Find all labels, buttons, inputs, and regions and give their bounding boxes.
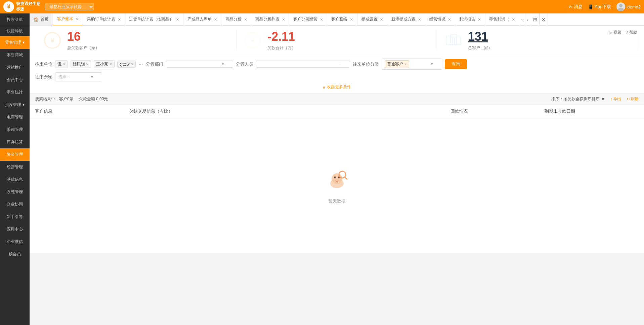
sidebar-item-operations[interactable]: 经营管理 (0, 161, 30, 173)
unit-type-filter-label: 往来单位分类 (353, 61, 379, 67)
top-bar: ¥ 畅捷通好生意 标版 母婴行业演示账套 ✉ 消息 📱 App下载 demo2 (0, 0, 644, 13)
unit-tag-chen-remove[interactable]: × (86, 62, 89, 67)
unit-type-tag-remove[interactable]: × (404, 62, 407, 67)
svg-rect-7 (446, 36, 452, 44)
tab-close-profit-report[interactable]: × (478, 17, 481, 22)
sidebar-item-retail-mgmt[interactable]: 零售管理 ▾ (0, 36, 30, 49)
sidebar-item-quick-nav[interactable]: 快捷导航 (0, 26, 30, 36)
sidebar-item-retail-stats[interactable]: 零售统计 (0, 86, 30, 99)
tab-close-retail-profit[interactable]: × (512, 17, 515, 22)
tab-home[interactable]: 🏠 首页 (30, 13, 53, 26)
tab-close-all-btn[interactable]: ✕ (540, 13, 548, 26)
message-icon: ✉ (569, 4, 572, 9)
help-btn[interactable]: ? 帮助 (626, 30, 637, 35)
tab-business-situation[interactable]: 经营情况 × (425, 13, 455, 26)
unit-tag-wang-remove[interactable]: × (110, 62, 112, 67)
tab-close-raise-settings[interactable]: × (380, 17, 383, 22)
sidebar-item-enterprise[interactable]: 企业协同 (0, 198, 30, 211)
sidebar-item-new-guide[interactable]: 新手引导 (0, 211, 30, 223)
sidebar-item-ecommerce[interactable]: 电商管理 (0, 111, 30, 123)
tab-close-stock-in-stats[interactable]: × (176, 17, 179, 22)
overdue-customers-icon: ¥ (43, 31, 62, 50)
stat-block-total-customers: 131 总客户（家） (437, 30, 637, 51)
balance-select[interactable]: 选择... ▼ (55, 72, 102, 81)
user-area[interactable]: demo2 (616, 2, 641, 11)
svg-rect-9 (455, 37, 461, 45)
sidebar-item-retail-mall[interactable]: 零售商城 (0, 49, 30, 61)
message-btn[interactable]: ✉ 消息 (569, 4, 583, 10)
tab-close-purchase-order[interactable]: × (118, 17, 121, 22)
tab-new-raise[interactable]: 新增提成方案 × (387, 13, 425, 26)
collapse-btn[interactable]: ∧ 收起更多条件 (323, 84, 351, 90)
tab-raise-settings[interactable]: 提成设置 × (357, 13, 387, 26)
app-download-btn[interactable]: 📱 App下载 (588, 4, 611, 10)
tab-next-btn[interactable]: › (525, 13, 531, 26)
tab-goods-analysis-list[interactable]: 商品分析列表 × (251, 13, 289, 26)
sidebar-item-basic-info[interactable]: 基础信息 (0, 173, 30, 186)
sidebar-item-marketing[interactable]: 营销推广 (0, 61, 30, 74)
dept-select[interactable]: ▼ (166, 61, 233, 68)
tab-customer-ledger[interactable]: 客户账本 × (53, 13, 83, 26)
svg-point-11 (332, 173, 342, 184)
video-btn[interactable]: ▷ 视频 (609, 30, 621, 35)
logo-area: ¥ 畅捷通好生意 标版 (3, 1, 40, 12)
tab-prev-btn[interactable]: ‹ (519, 13, 525, 26)
svg-point-14 (334, 177, 336, 178)
tab-close-customer-segment[interactable]: × (320, 17, 323, 22)
sidebar-item-system[interactable]: 系统管理 (0, 186, 30, 198)
logo-text: 畅捷通好生意 标版 (16, 1, 40, 12)
tab-customer-contact[interactable]: 客户联络 × (327, 13, 357, 26)
tab-close-new-raise[interactable]: × (418, 17, 421, 22)
tab-retail-profit[interactable]: 零售利润（ × (485, 13, 519, 26)
sidebar-item-search[interactable]: 搜索菜单 (0, 13, 30, 26)
avatar (616, 2, 625, 11)
tab-goods-analysis[interactable]: 商品分析 × (221, 13, 251, 26)
sidebar-item-enterprise-wechat[interactable]: 企业微信 (0, 236, 30, 248)
tab-purchase-order[interactable]: 采购订单统计表 × (83, 13, 125, 26)
sort-select[interactable]: 排序：按欠款金额倒序排序 ▼ (551, 96, 605, 102)
sidebar-item-member-center[interactable]: 会员中心 (0, 74, 30, 86)
refresh-btn[interactable]: ↻ 刷新 (627, 96, 639, 102)
tab-close-goods-analysis[interactable]: × (244, 17, 247, 22)
svg-point-1 (619, 4, 622, 7)
unit-tag-cjttcw-remove[interactable]: × (131, 62, 134, 67)
stat-label-overdue-amount: 欠款合计（万） (267, 45, 296, 51)
sidebar-item-finance[interactable]: 资金管理 (0, 148, 30, 161)
tab-stock-in-stats[interactable]: 进货单统计表（按商品） × (125, 13, 183, 26)
collapse-icon: ∧ (323, 85, 326, 89)
tab-close-goods-analysis-list[interactable]: × (282, 17, 285, 22)
person-select[interactable]: ··· (256, 61, 350, 68)
tab-menu-btn[interactable]: ⊞ (531, 13, 540, 26)
tab-production-in[interactable]: 产成品入库单 × (183, 13, 221, 26)
top-bar-right: ✉ 消息 📱 App下载 demo2 (569, 2, 641, 11)
home-icon: 🏠 (34, 17, 39, 22)
export-btn[interactable]: ↑ 导出 (610, 96, 621, 102)
tab-close-business-situation[interactable]: × (448, 17, 451, 22)
sidebar-item-purchase[interactable]: 采购管理 (0, 123, 30, 136)
unit-tag-root-remove[interactable]: × (63, 62, 66, 67)
unit-filter-more[interactable]: ··· (138, 61, 143, 67)
search-result-count: 搜索结果中，客户0家 (35, 96, 74, 102)
page-content: ¥ 16 总欠款客户（家） ✦ (30, 26, 644, 325)
sidebar-item-member[interactable]: 畅会员 (0, 248, 30, 260)
account-dropdown[interactable]: 母婴行业演示账套 (45, 3, 94, 10)
tab-close-production-in[interactable]: × (214, 17, 217, 22)
query-button[interactable]: 查询 (445, 59, 467, 69)
empty-icon (324, 167, 350, 194)
search-results-right: 排序：按欠款金额倒序排序 ▼ ↑ 导出 ↻ 刷新 (551, 96, 639, 102)
table-col-repayment: 回款情况 (450, 108, 545, 114)
table-container: 客户信息 欠款交易信息（占比） 回款情况 到期未收款日期 (30, 105, 644, 253)
svg-rect-8 (450, 34, 456, 44)
stat-text-overdue-amount: -2.11 欠款合计（万） (267, 30, 296, 51)
tab-profit-report[interactable]: 利润报告 × (455, 13, 485, 26)
sidebar: 搜索菜单 快捷导航 零售管理 ▾ 零售商城 营销推广 会员中心 零售统计 批发管… (0, 13, 30, 325)
stat-text-overdue-customers: 16 总欠款客户（家） (67, 30, 99, 51)
sidebar-item-app-center[interactable]: 应用中心 (0, 223, 30, 236)
sidebar-item-batch-mgmt[interactable]: 批发管理 ▾ (0, 99, 30, 111)
tab-close-customer-ledger[interactable]: × (76, 16, 79, 22)
tab-customer-segment[interactable]: 客户分层经营 × (289, 13, 327, 26)
table-header: 客户信息 欠款交易信息（占比） 回款情况 到期未收款日期 (30, 105, 644, 118)
tab-close-customer-contact[interactable]: × (350, 17, 353, 22)
sidebar-item-inventory[interactable]: 库存核算 (0, 136, 30, 148)
unit-type-select[interactable]: 普通客户 × ▼ (382, 59, 442, 70)
